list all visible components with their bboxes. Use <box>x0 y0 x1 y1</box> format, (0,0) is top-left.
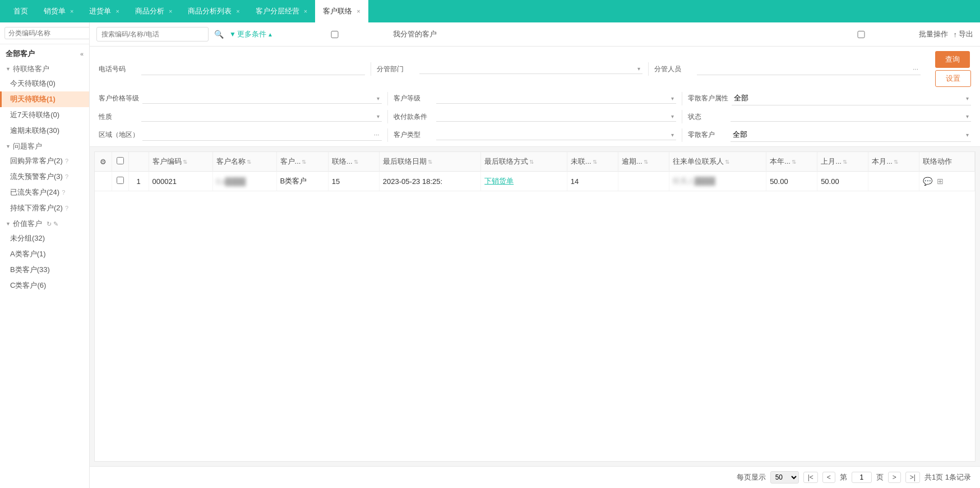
hint-icon-3: ? <box>62 189 65 196</box>
col-unlink-days-header: 未联...⇅ <box>567 152 618 172</box>
group-pending-contact[interactable]: 待联络客户 <box>0 61 89 76</box>
search-submit-icon[interactable]: 🔍 <box>214 30 224 39</box>
pagination: 每页显示 50 100 200 |< < 第 页 > >| 共1页 1条记录 <box>90 466 980 488</box>
close-product-list-icon[interactable]: × <box>236 8 239 15</box>
search-bar: 🔍 ▼ 更多条件 ▲ 我分管的客户 批量操作 ↑ 导出 <box>90 22 980 47</box>
search-bar-right: 批量操作 ↑ 导出 <box>805 29 974 39</box>
nav-product-analysis[interactable]: 商品分析 × <box>127 0 180 22</box>
next-page-btn[interactable]: > <box>888 472 901 483</box>
row-unlink-days: 14 <box>567 172 618 191</box>
table-header-row: ⚙ 客户编码⇅ 客户名称⇅ 客户...⇅ <box>95 152 975 172</box>
more-conditions-btn[interactable]: ▼ 更多条件 ▲ <box>229 29 273 39</box>
table-row: 1 000021 Ea████ B类客户 15 2023-05-23 18:25… <box>95 172 975 191</box>
nav-customer-tier[interactable]: 客户分层经营 × <box>248 0 315 22</box>
row-last-contact-method[interactable]: 下销货单 <box>481 172 567 191</box>
payment-select[interactable]: ▾ <box>436 112 677 122</box>
close-customer-tier-icon[interactable]: × <box>304 8 307 15</box>
first-page-btn[interactable]: |< <box>803 472 818 483</box>
col-last-contact-date-header: 最后联络日期⇅ <box>379 152 480 172</box>
nav-purchase-order[interactable]: 进货单 × <box>81 0 127 22</box>
page-number-input[interactable] <box>852 472 872 483</box>
dept-select[interactable]: ▾ <box>419 64 643 74</box>
customer-grade-select[interactable]: ▾ <box>436 94 677 104</box>
row-overdue <box>618 172 669 191</box>
sidebar-item-today[interactable]: 今天待联络(0) <box>0 76 89 91</box>
sidebar-item-class-b[interactable]: B类客户(33) <box>0 262 89 278</box>
filter-retail-attr: 零散客户属性 全部 ▾ <box>688 91 971 105</box>
manager-dots-icon: ··· <box>913 65 918 73</box>
export-btn[interactable]: ↑ 导出 <box>954 29 974 39</box>
nav-product-analysis-list[interactable]: 商品分析列表 × <box>180 0 247 22</box>
sidebar-item-7days[interactable]: 近7天待联络(0) <box>0 107 89 123</box>
set-button[interactable]: 设置 <box>935 70 971 87</box>
comment-action-icon[interactable]: 💬 <box>923 177 932 186</box>
select-all-checkbox[interactable] <box>117 157 124 164</box>
filter-row-3: 性质 ▾ 收付款条件 ▾ 状态 <box>99 110 971 123</box>
close-purchase-order-icon[interactable]: × <box>115 8 119 15</box>
retail-customer-select[interactable]: 全部 ▾ <box>731 128 971 142</box>
close-product-analysis-icon[interactable]: × <box>169 8 172 15</box>
col-settings[interactable]: ⚙ <box>95 152 112 172</box>
payment-arrow-icon: ▾ <box>671 113 674 119</box>
filter-panel: 电话号码 分管部门 ▾ 分管人员 ··· <box>90 47 980 147</box>
filter-row-1: 电话号码 分管部门 ▾ 分管人员 ··· <box>99 51 971 87</box>
col-last-contact-method-header: 最后联络方式⇅ <box>481 152 567 172</box>
nav-customer-contact[interactable]: 客户联络 × <box>315 0 368 22</box>
sidebar-item-class-c[interactable]: C类客户(6) <box>0 278 89 293</box>
grid-action-icon[interactable]: ⊞ <box>937 177 944 186</box>
prev-page-btn[interactable]: < <box>822 472 835 483</box>
my-customer-check[interactable] <box>279 31 391 38</box>
region-select[interactable]: ··· <box>142 129 382 141</box>
status-arrow-icon: ▾ <box>966 113 969 119</box>
sidebar-item-tomorrow[interactable]: 明天待联络(1) <box>0 91 89 107</box>
row-last-contact-date: 2023-05-23 18:25: <box>379 172 480 191</box>
divider-5 <box>387 110 388 123</box>
customer-grade-arrow-icon: ▾ <box>671 95 674 102</box>
all-customers-header[interactable]: 全部客户 « <box>0 44 89 61</box>
filter-dept: 分管部门 ▾ <box>377 64 643 74</box>
last-page-btn[interactable]: >| <box>905 472 920 483</box>
sidebar-item-class-a[interactable]: A类客户(1) <box>0 246 89 262</box>
close-sales-order-icon[interactable]: × <box>70 8 73 15</box>
row-contact-person: 联系人████ <box>669 172 766 191</box>
customer-type-select[interactable]: ▾ <box>436 130 677 140</box>
sidebar-item-churned[interactable]: 已流失客户(24) ? <box>0 185 89 200</box>
per-page-select[interactable]: 50 100 200 <box>770 471 799 484</box>
sidebar-item-repurchase-abnormal[interactable]: 回购异常客户(2) ? <box>0 153 89 169</box>
sidebar-item-overdue[interactable]: 逾期未联络(30) <box>0 123 89 139</box>
status-select[interactable]: ▾ <box>731 112 971 122</box>
filter-row-4: 区域（地区） ··· 客户类型 ▾ 零散客户 <box>99 128 971 142</box>
col-action-header: 联络动作 <box>919 152 975 172</box>
query-button[interactable]: 查询 <box>935 51 970 68</box>
nav-home[interactable]: 首页 <box>6 0 36 22</box>
row-checkbox[interactable] <box>117 177 124 184</box>
group-problem-customers[interactable]: 问题客户 <box>0 139 89 153</box>
sidebar-item-declining[interactable]: 持续下滑客户(2) ? <box>0 200 89 216</box>
retail-customer-arrow-icon: ▾ <box>966 132 969 138</box>
batch-op-btn[interactable]: 批量操作 <box>805 29 948 39</box>
row-contact: 15 <box>328 172 379 191</box>
action-icons-container: 💬 ⊞ <box>923 177 971 186</box>
phone-input[interactable] <box>141 63 365 75</box>
sidebar-item-churn-warning[interactable]: 流失预警客户(3) ? <box>0 169 89 185</box>
my-customer-checkbox[interactable]: 我分管的客户 <box>279 29 437 39</box>
row-this-month <box>868 172 919 191</box>
filter-customer-grade: 客户等级 ▾ <box>394 94 677 104</box>
row-check[interactable] <box>112 172 128 191</box>
manager-select[interactable]: ··· <box>697 63 921 75</box>
col-type-header: 客户...⇅ <box>276 152 328 172</box>
sidebar-item-ungrouped[interactable]: 未分组(32) <box>0 231 89 246</box>
divider-7 <box>387 128 388 142</box>
nav-sales-order[interactable]: 销货单 × <box>36 0 81 22</box>
group-value-customers[interactable]: 价值客户 ↻ ✎ <box>0 216 89 231</box>
col-overdue-header: 逾期...⇅ <box>618 152 669 172</box>
sidebar-search-input[interactable] <box>4 27 90 39</box>
search-input[interactable] <box>96 27 209 42</box>
filter-payment-terms: 收付款条件 ▾ <box>394 112 677 122</box>
filter-status: 状态 ▾ <box>688 112 971 122</box>
close-customer-contact-icon[interactable]: × <box>357 8 360 15</box>
retail-attr-select[interactable]: 全部 ▾ <box>732 91 971 105</box>
nature-select[interactable]: ▾ <box>141 112 382 122</box>
price-grade-select[interactable]: ▾ <box>142 94 382 104</box>
batch-checkbox[interactable] <box>805 31 917 38</box>
